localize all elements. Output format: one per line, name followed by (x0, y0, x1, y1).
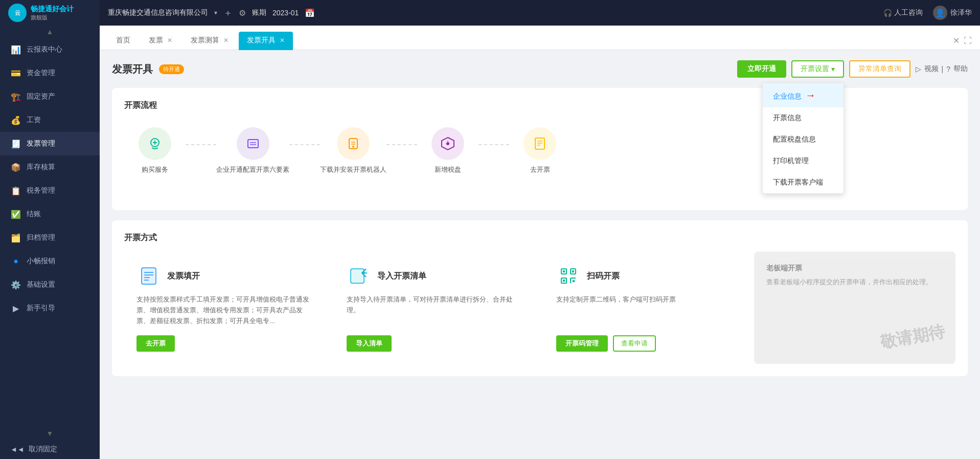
tab-fapiao[interactable]: 发票 ✕ (141, 32, 180, 50)
guidang-icon: 🗂️ (10, 232, 21, 243)
sidebar-item-guidang[interactable]: 🗂️ 归档管理 (0, 226, 100, 249)
video-help-btn[interactable]: ▷ 视频 | ? 帮助 (916, 64, 968, 74)
scan-icon (556, 264, 581, 288)
process-step-2[interactable]: 企业开通配置开票六要素 (216, 127, 289, 174)
topbar-middle: 重庆畅捷交通信息咨询有限公司 ▾ ＋ ⚙ 账期 2023-01 📅 (108, 7, 877, 19)
open-now-button[interactable]: 立即开通 (737, 60, 786, 78)
separator: | (942, 65, 944, 73)
status-badge: 待开通 (159, 64, 184, 74)
sidebar-item-yunbao[interactable]: 📊 云报表中心 (0, 38, 100, 61)
method-fill-desc: 支持按照发票样式手工填开发票；可开具增值税电子普通发票、增值税普通发票、增值税专… (136, 294, 314, 327)
method-card-import: 导入开票清单 支持导入待开票清单，可对待开票清单进行拆分、合并处理。 导入清单 (334, 251, 536, 364)
cancel-icon: ◄◄ (10, 445, 25, 453)
tab-fapiao-close[interactable]: ✕ (167, 37, 172, 44)
svg-rect-24 (351, 269, 364, 283)
chevron-down-icon[interactable]: ▾ (214, 9, 217, 16)
sidebar-item-gongzi[interactable]: 💰 工资 (0, 108, 100, 132)
step3-label: 下载并安装开票机器人 (320, 165, 386, 174)
tab-fapiaokaichu-close[interactable]: ✕ (280, 37, 285, 44)
svg-rect-5 (248, 140, 258, 148)
kucun-icon: 📦 (10, 162, 21, 173)
dropdown-item-xiazai[interactable]: 下载开票客户端 (763, 172, 844, 193)
qr-manage-button[interactable]: 开票码管理 (556, 335, 608, 352)
method-import-header: 导入开票清单 (347, 264, 524, 288)
fill-invoice-button[interactable]: 去开票 (136, 335, 175, 352)
sidebar: ▲ 📊 云报表中心 💳 资金管理 🏗️ 固定资产 💰 工资 (0, 26, 100, 459)
process-step-4[interactable]: 新增税盘 (417, 127, 478, 174)
dropdown-item-peizhi[interactable]: 配置税盘信息 (763, 129, 844, 150)
window-controls: ✕ ⛶ (953, 36, 980, 50)
settings-icon[interactable]: ⚙ (239, 8, 246, 18)
svg-rect-29 (563, 270, 565, 272)
edition-label: 旗舰版 (31, 14, 74, 21)
method-import-desc: 支持导入待开票清单，可对待开票清单进行拆分、合并处理。 (347, 294, 524, 327)
process-divider-3 (386, 144, 417, 145)
method-scan-header: 扫码开票 (556, 264, 734, 288)
user-menu[interactable]: 👤 徐泽华 (933, 6, 972, 20)
dropdown-item-dayin[interactable]: 打印机管理 (763, 150, 844, 172)
avatar: 👤 (933, 6, 947, 20)
consult-btn[interactable]: 🎧 人工咨询 (883, 8, 923, 17)
avatar-icon: 👤 (935, 8, 945, 18)
dropdown-item-qiyexinxi[interactable]: 企业信息 → (763, 83, 844, 107)
add-icon[interactable]: ＋ (223, 7, 233, 19)
scroll-down-btn[interactable]: ▼ (0, 427, 100, 440)
close-window-btn[interactable]: ✕ (953, 36, 960, 45)
svg-rect-30 (572, 270, 574, 272)
logo-icon: 云 (8, 4, 27, 22)
step1-icon (139, 127, 171, 160)
sidebar-nav: 📊 云报表中心 💳 资金管理 🏗️ 固定资产 💰 工资 🧾 发票管 (0, 38, 100, 427)
method-fill-header: 发票填开 (136, 264, 314, 288)
settings-dropdown-menu: 企业信息 → 开票信息 配置税盘信息 打印机管理 下载开票客户端 (762, 83, 844, 194)
step5-label: 去开票 (530, 165, 550, 174)
dropdown-item-kaipiaoxinxi[interactable]: 开票信息 (763, 107, 844, 129)
maximize-window-btn[interactable]: ⛶ (964, 36, 972, 45)
sidebar-label-jiezhang: 结账 (27, 210, 41, 219)
step2-label: 企业开通配置开票六要素 (216, 165, 289, 174)
cancel-label: 取消固定 (29, 445, 57, 454)
sidebar-item-shuiwu[interactable]: 📋 税务管理 (0, 179, 100, 202)
tab-fapiaocesuan[interactable]: 发票测算 ✕ (183, 32, 237, 50)
scroll-up-btn[interactable]: ▲ (0, 26, 100, 38)
svg-point-11 (352, 146, 354, 148)
tab-fapiao-label: 发票 (149, 36, 163, 45)
process-step-5[interactable]: 去开票 (509, 127, 571, 174)
tab-home[interactable]: 首页 (108, 32, 139, 50)
tab-fapiaocesuan-close[interactable]: ✕ (223, 37, 229, 44)
method-card-scan: 扫码开票 支持定制开票二维码，客户端可扫码开票 开票码管理 查看申请 (544, 251, 746, 364)
sidebar-item-xiaochang[interactable]: ● 小畅报销 (0, 249, 100, 273)
settings-button[interactable]: 开票设置 ▾ (791, 60, 844, 78)
step3-icon (337, 127, 370, 160)
sidebar-item-gudingzichan[interactable]: 🏗️ 固定资产 (0, 85, 100, 108)
tab-fapiaokaichu[interactable]: 发票开具 ✕ (239, 32, 293, 50)
method-card-fill: 发票填开 支持按照发票样式手工填开发票；可开具增值税电子普通发票、增值税普通发票… (124, 251, 326, 364)
calendar-icon[interactable]: 📅 (305, 8, 315, 18)
svg-text:云: 云 (15, 10, 20, 16)
view-apply-button[interactable]: 查看申请 (613, 335, 656, 352)
sidebar-item-fapiao[interactable]: 🧾 发票管理 (0, 132, 100, 155)
process-step-1[interactable]: 购买服务 (124, 127, 186, 174)
sidebar-item-jiezhang[interactable]: ✅ 结账 (0, 202, 100, 226)
abnormal-list-button[interactable]: 异常清单查询 (849, 60, 910, 78)
jiezhang-icon: ✅ (10, 209, 21, 220)
step1-label: 购买服务 (142, 165, 168, 174)
gudingzichan-icon: 🏗️ (10, 91, 21, 102)
method-import-actions: 导入清单 (347, 335, 524, 352)
company-name[interactable]: 重庆畅捷交通信息咨询有限公司 (108, 8, 208, 17)
sidebar-item-kucun[interactable]: 📦 库存核算 (0, 155, 100, 179)
sidebar-item-xinshouyindao[interactable]: ▶ 新手引导 (0, 296, 100, 320)
page-content: 发票开具 待开通 立即开通 开票设置 ▾ (100, 50, 980, 459)
method-fill-title: 发票填开 (167, 271, 200, 282)
svg-rect-15 (535, 138, 544, 149)
gongzi-icon: 💰 (10, 114, 21, 126)
consult-label: 人工咨询 (894, 8, 923, 17)
headset-icon: 🎧 (883, 9, 892, 17)
tab-fapiaocesuan-label: 发票测算 (191, 36, 219, 45)
sidebar-item-zijin[interactable]: 💳 资金管理 (0, 61, 100, 85)
import-list-button[interactable]: 导入清单 (347, 335, 392, 352)
cancel-fixed-btn[interactable]: ◄◄ 取消固定 (0, 440, 100, 459)
sidebar-label-xiaochang: 小畅报销 (27, 257, 55, 266)
logo-text: 畅捷通好会计 旗舰版 (31, 5, 74, 21)
process-step-3[interactable]: 下载并安装开票机器人 (320, 127, 386, 174)
sidebar-item-jichushezhi[interactable]: ⚙️ 基础设置 (0, 273, 100, 296)
